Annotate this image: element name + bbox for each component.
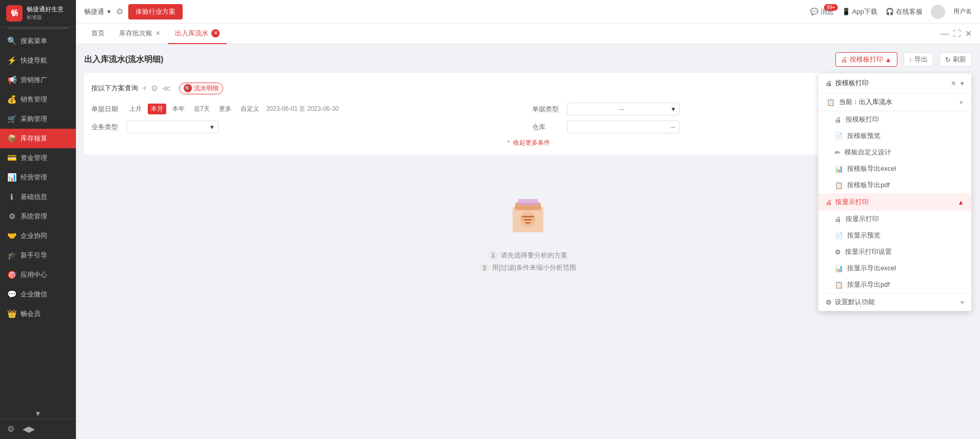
print-icon: 🖨 — [841, 56, 848, 64]
warehouse-more-icon: ··· — [670, 123, 675, 131]
dropdown-display-preview[interactable]: 📄 按显示预览 — [818, 227, 971, 244]
filter-biz-type-item: 业务类型 ▾ — [91, 121, 524, 133]
tab-inventory-batch-close[interactable]: ✕ — [155, 30, 161, 37]
dropdown-close-icon[interactable]: ✕ — [951, 79, 956, 87]
filter-active-icon: 🔍 — [184, 84, 192, 92]
service-btn[interactable]: 🎧 在线客服 — [886, 7, 923, 16]
sidebar-item-cooperation[interactable]: 🤝 企业协同 — [0, 226, 76, 246]
dropdown-display-excel[interactable]: 📊 按显示导出excel — [818, 260, 971, 276]
tabs-close-icon[interactable]: ✕ — [965, 29, 972, 38]
logo-name: 畅捷通好生意 — [27, 6, 64, 14]
sidebar-item-finance[interactable]: 💳 资金管理 — [0, 148, 76, 168]
page-header: 出入库流水(流水明细) 🖨 按模板打印 ▲ ↑ 导出 ↻ 刷新 — [84, 52, 972, 67]
cooperation-icon: 🤝 — [7, 231, 16, 241]
dropdown-footer[interactable]: ⚙ 设置默认功能 ▾ — [818, 293, 971, 311]
header-settings-icon[interactable]: ⚙ — [116, 7, 123, 16]
sidebar-item-wechat[interactable]: 💬 企业微信 — [0, 285, 76, 304]
filter-warehouse-label: 仓库 — [532, 123, 563, 132]
refresh-btn[interactable]: ↻ 刷新 — [939, 52, 972, 67]
tmpl-pdf-label: 按模板导出pdf — [847, 181, 890, 190]
message-badge: 99+ — [824, 4, 838, 11]
dropdown-display-print[interactable]: 🖨 按显示打印 — [818, 211, 971, 227]
tab-flow-close[interactable]: ✕ — [211, 29, 220, 37]
tabs-maximize-icon[interactable]: ⛶ — [953, 29, 961, 38]
user-avatar[interactable] — [931, 5, 945, 19]
disp-excel-icon: 📊 — [835, 265, 843, 272]
empty-step2: 2 用[过滤]条件来缩小分析范围 — [480, 263, 576, 272]
tab-inventory-batch[interactable]: 库存批次账 ✕ — [112, 24, 168, 44]
dropdown-template-excel[interactable]: 📊 按模板导出excel — [818, 161, 971, 177]
display-section-label: 按显示打印 — [835, 197, 869, 207]
member-icon: 👑 — [7, 309, 16, 318]
print-template-btn[interactable]: 🖨 按模板打印 ▲ — [835, 52, 897, 67]
sidebar-item-system[interactable]: ⚙ 系统管理 — [0, 207, 76, 226]
disp-pdf-label: 按显示导出pdf — [847, 280, 890, 289]
export-btn[interactable]: ↑ 导出 — [904, 52, 934, 67]
tab-home[interactable]: 首页 — [84, 24, 112, 44]
sidebar-item-sales[interactable]: 💰 销售管理 — [0, 90, 76, 109]
tmpl-print-icon: 🖨 — [835, 116, 841, 124]
step1-num: 1 — [488, 251, 498, 260]
svg-rect-4 — [522, 216, 534, 217]
filter-warehouse-select[interactable]: ··· — [567, 121, 680, 133]
doc-type-chevron-down-icon: ▾ — [672, 105, 675, 113]
filter-collapse-icon[interactable]: ≪ — [162, 84, 171, 93]
sidebar-logo: 畅 畅捷通好生意 标准版 — [0, 0, 76, 27]
dropdown-display-pdf[interactable]: 📋 按显示导出pdf — [818, 276, 971, 293]
sidebar-item-marketing[interactable]: 📢 营销推广 — [0, 70, 76, 90]
main-area: 畅捷通 ▾ ⚙ 体验行业方案 💬 消息 99+ 📱 App下载 🎧 在线客服 用… — [76, 0, 980, 439]
dropdown-template-preview[interactable]: 📄 按模板预览 — [818, 128, 971, 144]
sidebar-item-purchase[interactable]: 🛒 采购管理 — [0, 109, 76, 129]
sidebar-scroll-down[interactable]: ▼ — [0, 408, 76, 418]
sidebar-item-label: 系统管理 — [21, 212, 47, 221]
disp-excel-label: 按显示导出excel — [847, 264, 896, 273]
dropdown-template-pdf[interactable]: 📋 按模板导出pdf — [818, 177, 971, 193]
date-option-7days[interactable]: 近7天 — [191, 104, 213, 114]
app-center-icon: 🎯 — [7, 270, 16, 280]
export-icon: ↑ — [909, 56, 913, 64]
filter-add-btn[interactable]: + — [142, 84, 147, 93]
date-option-this-month[interactable]: 本月 — [148, 104, 166, 114]
sidebar-item-business[interactable]: 📊 经营管理 — [0, 168, 76, 187]
app-download-btn[interactable]: 📱 App下载 — [842, 7, 877, 16]
tab-flow-label: 出入库流水 — [175, 29, 208, 38]
dropdown-template-print[interactable]: 🖨 按模板打印 — [818, 111, 971, 128]
sidebar-settings-icon[interactable]: ⚙ — [7, 424, 14, 434]
dropdown-display-section[interactable]: 🖨 按显示打印 ▲ — [818, 193, 971, 211]
dropdown-display-settings[interactable]: ⚙ 按显示打印设置 — [818, 244, 971, 260]
header: 畅捷通 ▾ ⚙ 体验行业方案 💬 消息 99+ 📱 App下载 🎧 在线客服 用… — [76, 0, 980, 24]
sidebar-item-label: 营销推广 — [21, 75, 47, 85]
dropdown-current-item[interactable]: 📋 当前：出入库流水 ▾ — [818, 93, 971, 111]
sidebar-item-newbie[interactable]: 🎓 新手引导 — [0, 246, 76, 265]
filter-active-tag[interactable]: 🔍 流水明细 — [179, 83, 223, 94]
dropdown-expand-icon[interactable]: ▾ — [961, 79, 964, 87]
current-template-label: 当前：出入库流水 — [839, 97, 892, 107]
service-label: 在线客服 — [896, 7, 923, 16]
industry-btn[interactable]: 体验行业方案 — [128, 4, 183, 19]
tmpl-custom-label: 模板自定义设计 — [845, 148, 891, 157]
filter-biz-type-select[interactable]: ▾ — [126, 121, 219, 133]
message-btn[interactable]: 💬 消息 99+ — [810, 7, 834, 16]
dropdown-template-custom[interactable]: ✏ 模板自定义设计 — [818, 144, 971, 161]
filter-doc-type-select[interactable]: ··· ▾ — [567, 103, 680, 115]
tmpl-custom-icon: ✏ — [835, 149, 840, 156]
step1-label: 请先选择要分析的方案 — [501, 251, 567, 260]
date-option-this-year[interactable]: 本年 — [169, 104, 188, 114]
display-section-collapse-icon: ▲ — [957, 198, 964, 206]
date-option-last-month[interactable]: 上月 — [126, 104, 145, 114]
filter-settings-icon[interactable]: ⚙ — [151, 84, 158, 93]
sidebar-item-basic[interactable]: ℹ 基础信息 — [0, 187, 76, 207]
sidebar-item-member[interactable]: 👑 畅会员 — [0, 304, 76, 324]
date-option-custom[interactable]: 自定义 — [238, 104, 262, 114]
sidebar-item-quick-nav[interactable]: ⚡ 快捷导航 — [0, 51, 76, 70]
sidebar-item-app-center[interactable]: 🎯 应用中心 — [0, 265, 76, 285]
dropdown-header: 🖨 按模板打印 ✕ ▾ — [818, 73, 971, 93]
tab-flow[interactable]: 出入库流水 ✕ — [168, 24, 227, 44]
tabs-minimize-icon[interactable]: — — [940, 29, 949, 38]
dropdown-print-icon: 🖨 — [826, 79, 832, 87]
sidebar-collapse-icon[interactable]: ◀▶ — [23, 424, 35, 434]
sidebar-item-inventory[interactable]: 📦 库存核算 — [0, 129, 76, 148]
date-option-more[interactable]: 更多 — [216, 104, 234, 114]
sidebar-item-search[interactable]: 🔍 搜索菜单 — [0, 31, 76, 51]
company-selector[interactable]: 畅捷通 ▾ — [84, 7, 111, 16]
